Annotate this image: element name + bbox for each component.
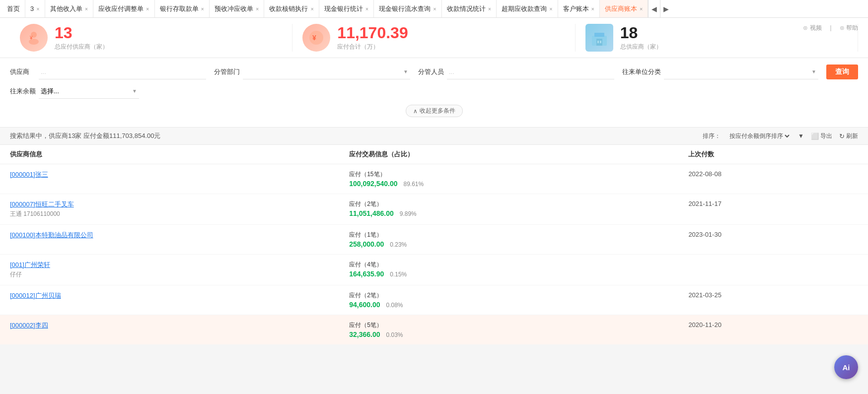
supplier-cell: [000007]恒旺二手叉车 王通 17106110000 — [10, 200, 349, 218]
department-select[interactable] — [243, 64, 410, 79]
stats-banner: ¥ 13 总应付供应商（家） ¥ 11,170.39 应付合计（万） — [0, 18, 868, 58]
payable-amount-6[interactable]: 32,366.00 — [349, 330, 380, 338]
export-button[interactable]: ⬜ 导出 — [811, 132, 832, 140]
payable-amount-2[interactable]: 11,051,486.00 — [349, 209, 394, 217]
tab-bank-deposit-close[interactable]: × — [201, 6, 204, 12]
payable-amount-1[interactable]: 100,092,540.00 — [349, 180, 397, 188]
tab-cash-flow[interactable]: 现金银行流水查询 × — [374, 0, 441, 18]
filter-area: 供应商 分管部门 ▼ 分管人员 往来单位分类 — [0, 58, 868, 128]
help-link[interactable]: ⊙ 帮助 — [840, 24, 858, 32]
collapse-label: 收起更多条件 — [420, 107, 455, 115]
tab-customer-book[interactable]: 客户账本 × — [558, 0, 600, 18]
table-row: [001]广州荣轩 仔仔 应付（4笔） 164,635.90 0.15% — [0, 255, 868, 285]
tab-cash-flow-close[interactable]: × — [433, 6, 436, 12]
main-content: ¥ 13 总应付供应商（家） ¥ 11,170.39 应付合计（万） — [0, 18, 868, 345]
supplier-link-000100[interactable]: [000100]本特勤油品有限公司 — [10, 231, 349, 240]
tab-cash-stat[interactable]: 现金银行统计 × — [319, 0, 374, 18]
payable-amount-5[interactable]: 94,600.00 — [349, 301, 380, 309]
filter-supplier: 供应商 — [10, 65, 206, 79]
collapse-icon: ∧ — [413, 108, 418, 115]
video-link[interactable]: ⊙ 视频 — [803, 24, 821, 32]
payable-suppliers-info: 13 总应付供应商（家） — [55, 25, 108, 51]
tab-supplier-book[interactable]: 供应商账本 × — [600, 0, 648, 18]
payable-label-5: 应付（2笔） — [349, 291, 688, 300]
collapse-button[interactable]: ∧ 收起更多条件 — [406, 105, 463, 117]
tab-overdue[interactable]: 超期应收款查询 × — [497, 0, 558, 18]
table-row: [000100]本特勤油品有限公司 应付（1笔） 258,000.00 0.23… — [0, 225, 868, 255]
total-suppliers-label: 总供应商（家） — [620, 43, 662, 51]
tab-customer-book-label: 客户账本 — [563, 4, 589, 13]
payable-amount-3[interactable]: 258,000.00 — [349, 240, 384, 248]
supplier-input[interactable] — [39, 65, 206, 79]
sort-select[interactable]: 按应付余额倒序排序 按应付余额升序排序 — [727, 132, 791, 140]
tab-receipt-exec-close[interactable]: × — [310, 6, 313, 12]
supplier-link-000001[interactable]: [000001]张三 — [10, 170, 349, 179]
supplier-link-000002[interactable]: [000002]李四 — [10, 321, 349, 330]
payable-suppliers-icon: ¥ — [20, 24, 48, 52]
supplier-link-001[interactable]: [001]广州荣轩 — [10, 261, 349, 269]
payable-suppliers-number: 13 — [55, 25, 108, 41]
department-label: 分管部门 — [214, 67, 240, 76]
tab-3[interactable]: 3 × — [25, 0, 45, 18]
nav-next[interactable]: ▶ — [660, 0, 672, 18]
results-actions: 排序： 按应付余额倒序排序 按应付余额升序排序 ▼ ⬜ 导出 ↻ 刷新 — [703, 132, 858, 140]
tab-home[interactable]: 首页 — [2, 0, 25, 18]
svg-text:¥: ¥ — [312, 34, 316, 42]
tab-receipt-exec[interactable]: 收款核销执行 × — [264, 0, 319, 18]
stat-total-payable-amount: ¥ 11,170.39 应付合计（万） — [292, 24, 575, 52]
balance-select-wrap: 选择... ▼ — [39, 83, 139, 99]
payable-cell: 应付（15笔） 100,092,540.00 89.61% — [349, 170, 688, 188]
tab-advance-receive[interactable]: 预收冲应收单 × — [210, 0, 264, 18]
tab-bank-deposit-label: 银行存取款单 — [160, 4, 199, 13]
tab-receipt-stat[interactable]: 收款情况统计 × — [442, 0, 497, 18]
balance-label: 往来余额 — [10, 87, 36, 96]
tab-supplier-book-close[interactable]: × — [640, 6, 643, 12]
table-row: [000001]张三 应付（15笔） 100,092,540.00 89.61%… — [0, 164, 868, 194]
refresh-button[interactable]: ↻ 刷新 — [839, 132, 858, 140]
svg-text:¥: ¥ — [29, 35, 33, 41]
filter-department: 分管部门 ▼ — [214, 64, 410, 79]
tab-overdue-close[interactable]: × — [549, 6, 552, 12]
col-last-pay: 上次付数 — [688, 150, 858, 159]
tab-cash-stat-close[interactable]: × — [365, 6, 368, 12]
filter-row-1: 供应商 分管部门 ▼ 分管人员 往来单位分类 — [10, 64, 858, 79]
tab-receipt-exec-label: 收款核销执行 — [269, 4, 308, 13]
top-navigation: 首页 3 × 其他收入单 × 应收应付调整单 × 银行存取款单 × 预收冲应收单… — [0, 0, 868, 18]
supplier-link-000007[interactable]: [000007]恒旺二手叉车 — [10, 200, 349, 209]
filter-category: 往来单位分类 ▼ — [622, 64, 818, 79]
nav-prev[interactable]: ◀ — [648, 0, 660, 18]
payable-amount-4[interactable]: 164,635.90 — [349, 270, 384, 278]
tab-other-income[interactable]: 其他收入单 × — [45, 0, 93, 18]
sort-chevron-icon: ▼ — [798, 132, 804, 139]
payable-percent-2: 9.89% — [400, 210, 417, 217]
supplier-cell: [000012]广州贝瑞 — [10, 291, 349, 300]
payable-percent-1: 89.61% — [404, 181, 424, 188]
filter-balance: 往来余额 选择... ▼ — [10, 83, 139, 99]
tab-bank-deposit[interactable]: 银行存取款单 × — [155, 0, 210, 18]
nav-prev-icon: ◀ — [651, 5, 657, 13]
tab-customer-book-close[interactable]: × — [591, 6, 594, 12]
svg-rect-7 — [596, 39, 602, 46]
last-pay-1: 2022-08-08 — [688, 170, 858, 178]
table-row: [000007]恒旺二手叉车 王通 17106110000 应付（2笔） 11,… — [0, 194, 868, 225]
tab-3-label: 3 — [30, 5, 34, 12]
person-input[interactable] — [447, 65, 614, 79]
balance-select[interactable]: 选择... — [39, 83, 139, 98]
tab-other-income-close[interactable]: × — [85, 6, 88, 12]
payable-label-6: 应付（5笔） — [349, 321, 688, 329]
supplier-link-000012[interactable]: [000012]广州贝瑞 — [10, 291, 349, 300]
payable-percent-3: 0.23% — [390, 241, 407, 248]
tab-advance-receive-close[interactable]: × — [256, 6, 259, 12]
table-row: [000012]广州贝瑞 应付（2笔） 94,600.00 0.08% 2021… — [0, 285, 868, 315]
query-button[interactable]: 查询 — [826, 65, 858, 79]
supplier-cell: [000100]本特勤油品有限公司 — [10, 231, 349, 240]
stat-help: ⊙ 视频 ｜ ⊙ 帮助 — [803, 24, 858, 32]
supplier-cell: [000002]李四 — [10, 321, 349, 330]
tab-3-close[interactable]: × — [36, 6, 39, 12]
tab-receipt-stat-close[interactable]: × — [488, 6, 491, 12]
payable-cell: 应付（4笔） 164,635.90 0.15% — [349, 261, 688, 278]
tab-adjust[interactable]: 应收应付调整单 × — [93, 0, 154, 18]
category-select[interactable] — [664, 64, 818, 79]
payable-label-3: 应付（1笔） — [349, 231, 688, 239]
tab-adjust-close[interactable]: × — [146, 6, 149, 12]
